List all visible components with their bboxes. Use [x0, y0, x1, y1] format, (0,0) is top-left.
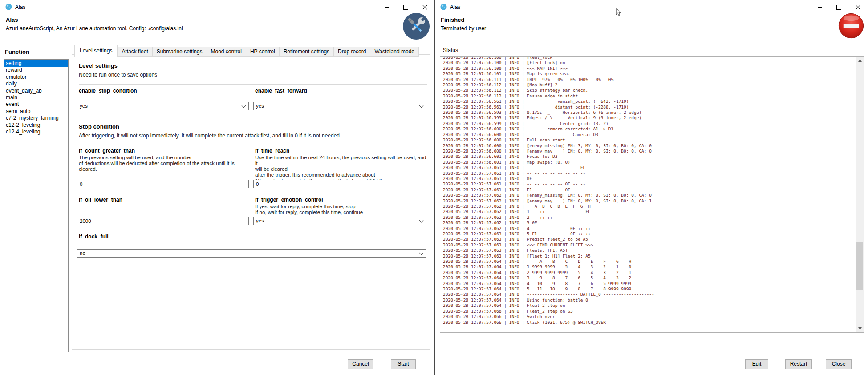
label-if-trigger-emotion-control: if_trigger_emotion_control	[255, 197, 323, 203]
restart-button[interactable]: Restart	[785, 359, 812, 369]
enable-fast-forward-select[interactable]: yes	[253, 102, 426, 110]
scrollbar-thumb[interactable]	[856, 242, 863, 290]
maximize-button[interactable]	[829, 0, 848, 14]
function-list-item[interactable]: semi_auto	[4, 108, 68, 115]
close-button[interactable]	[415, 0, 434, 14]
scroll-up-button[interactable]	[856, 57, 864, 65]
minimize-icon	[385, 7, 389, 8]
log-line: 2020-05-28 12:07:57.062 | INFO | 3 0E --…	[443, 220, 855, 226]
cancel-button[interactable]: Cancel	[348, 359, 373, 369]
edit-button[interactable]: Edit	[745, 359, 768, 369]
log-line: 2020-05-28 12:07:57.064 | INFO | Using f…	[443, 298, 855, 303]
label-enable-fast-forward: enable_fast_forward	[255, 88, 307, 94]
scroll-down-button[interactable]	[856, 325, 864, 332]
log-line: 2020-05-28 12:07:57.063 | INFO | 5 F1 --…	[443, 231, 855, 237]
tab[interactable]: Drop record	[333, 47, 370, 57]
log-line: 2020-05-28 12:07:57.062 | INFO | A B C D…	[443, 204, 855, 209]
scrollbar[interactable]	[856, 57, 864, 332]
minimize-icon	[818, 7, 822, 8]
function-list-item[interactable]: event	[4, 101, 68, 108]
close-button[interactable]	[848, 0, 868, 14]
log-line: 2020-05-28 12:07:56.601 | INFO | Map swi…	[443, 160, 855, 165]
log-line: 2020-05-28 12:07:56.112 | INFO | Ensure …	[443, 93, 855, 99]
log-line: 2020-05-28 12:07:57.064 | INFO | -------…	[443, 292, 855, 297]
function-list-item[interactable]: event_daily_ab	[4, 88, 68, 94]
log-line: 2020-05-28 12:07:56.112 | INFO | [Map_bu…	[443, 82, 855, 88]
label-if-dock-full: if_dock_full	[79, 234, 109, 240]
footer-divider	[0, 356, 434, 356]
log-line: 2020-05-28 12:07:56.600 | INFO | [enemy_…	[443, 143, 855, 149]
window-config: Alas Alas AzurLaneAutoScript, An Azur La…	[0, 0, 435, 375]
log-line: 2020-05-28 12:07:57.066 | INFO | Click (…	[443, 320, 855, 325]
log-line: 2020-05-28 12:07:56.600 | INFO | [enemy_…	[443, 149, 855, 154]
function-list-item[interactable]: setting	[4, 60, 68, 67]
if-time-reach-input[interactable]	[253, 180, 426, 188]
label-if-time-reach: if_time_reach	[255, 148, 289, 154]
log-line: 2020-05-28 12:07:56.100 | INFO | <<< MAP…	[443, 66, 855, 71]
log-line: 2020-05-28 12:07:56.593 | INFO | Edges: …	[443, 115, 855, 121]
label-if-oil-lower-than: if_oil_lower_than	[79, 197, 122, 203]
log-line: 2020-05-28 12:07:56.599 | INFO | Center …	[443, 121, 855, 126]
window-title: Alas	[450, 4, 460, 10]
log-line: 2020-05-28 12:07:57.064 | INFO | A B C D…	[443, 259, 855, 264]
log-line: 2020-05-28 12:07:57.064 | INFO | 1 9999 …	[443, 264, 855, 270]
log-line: 2020-05-28 12:07:56.600 | INFO | Camera:…	[443, 132, 855, 137]
maximize-button[interactable]	[396, 0, 415, 14]
function-list-item[interactable]: emulator	[4, 74, 68, 81]
close-icon	[856, 5, 860, 10]
start-button[interactable]: Start	[391, 359, 416, 369]
minimize-button[interactable]	[810, 0, 829, 14]
section-title-level-settings: Level settings	[79, 62, 118, 69]
if-dock-full-select[interactable]: no	[77, 249, 426, 258]
status-label: Status	[443, 47, 458, 53]
label-if-count-greater-than: if_count_greater_than	[79, 148, 135, 154]
log-line: 2020-05-28 12:07:57.062 | INFO | 2 -- ++…	[443, 215, 855, 220]
enable-stop-condition-select[interactable]: yes	[77, 102, 249, 110]
log-line: 2020-05-28 12:07:57.061 | INFO | F1 -- -…	[443, 187, 855, 193]
if-oil-lower-than-input[interactable]	[77, 217, 249, 225]
minimize-button[interactable]	[377, 0, 396, 14]
desc-if-count-greater-than: The previous setting will be used, and t…	[79, 155, 252, 172]
settings-panel	[72, 54, 430, 350]
function-list-item[interactable]: main	[4, 94, 68, 101]
if-trigger-emotion-control-select[interactable]: yes	[253, 217, 426, 225]
log-line: 2020-05-28 12:07:57.064 | INFO | 4 10 9 …	[443, 281, 855, 286]
log-line: 2020-05-28 12:07:56.100 | INFO | fleet_l…	[443, 56, 855, 60]
log-area[interactable]: 2020-05-28 12:07:56.100 | INFO | fleet_l…	[440, 56, 864, 333]
tab[interactable]: Mood control	[207, 47, 246, 57]
log-line: 2020-05-28 12:07:57.063 | INFO | Fleets:…	[443, 248, 855, 253]
log-line: 2020-05-28 12:07:57.062 | INFO | 4 -- --…	[443, 226, 855, 231]
log-line: 2020-05-28 12:07:57.061 | INFO | -- -- -…	[443, 171, 855, 176]
app-subtitle: AzurLaneAutoScript, An Azur Lane automat…	[6, 25, 183, 32]
tab[interactable]: Retirement settings	[279, 47, 334, 57]
function-list-item[interactable]: c7-2_mystery_farming	[4, 115, 68, 121]
function-list-item[interactable]: reward	[4, 67, 68, 73]
log-line: 2020-05-28 12:07:57.063 | INFO | Predict…	[443, 237, 855, 242]
arrow-down-icon	[858, 327, 862, 330]
log-line: 2020-05-28 12:07:57.063 | INFO | <<< FIN…	[443, 242, 855, 248]
tab[interactable]: HP control	[246, 47, 280, 57]
tab[interactable]: Wasteland mode	[370, 47, 419, 57]
label-enable-stop-condition: enable_stop_condition	[79, 88, 137, 94]
function-list-item[interactable]: daily	[4, 81, 68, 87]
tab[interactable]: Attack fleet	[117, 47, 152, 57]
function-list[interactable]: setting reward emulator daily event_dail…	[4, 59, 69, 352]
log-line: 2020-05-28 12:07:57.062 | INFO | 1 -- ++…	[443, 209, 855, 214]
tab[interactable]: Submarine settings	[152, 47, 207, 57]
tab-bar: Level settings Attack fleet Submarine se…	[74, 45, 418, 57]
run-status-title: Finished	[441, 16, 464, 23]
close-window-button[interactable]: Close	[826, 359, 852, 369]
section-subtitle-stop-condition: After triggering, it will not stop immed…	[79, 133, 341, 139]
function-list-item[interactable]: c12-2_leveling	[4, 122, 68, 129]
function-list-item[interactable]: c12-4_leveling	[4, 129, 68, 135]
divider	[79, 84, 427, 85]
log-line: 2020-05-28 12:07:57.061 | INFO | -- -- -…	[443, 165, 855, 170]
log-line: 2020-05-28 12:07:56.600 | INFO | camera …	[443, 126, 855, 132]
tab[interactable]: Level settings	[74, 45, 118, 57]
if-count-greater-than-input[interactable]	[77, 180, 249, 188]
tools-icon	[402, 12, 430, 40]
stop-icon	[838, 13, 864, 39]
window-title: Alas	[15, 4, 25, 10]
maximize-icon	[836, 5, 841, 10]
app-title: Alas	[6, 16, 18, 23]
